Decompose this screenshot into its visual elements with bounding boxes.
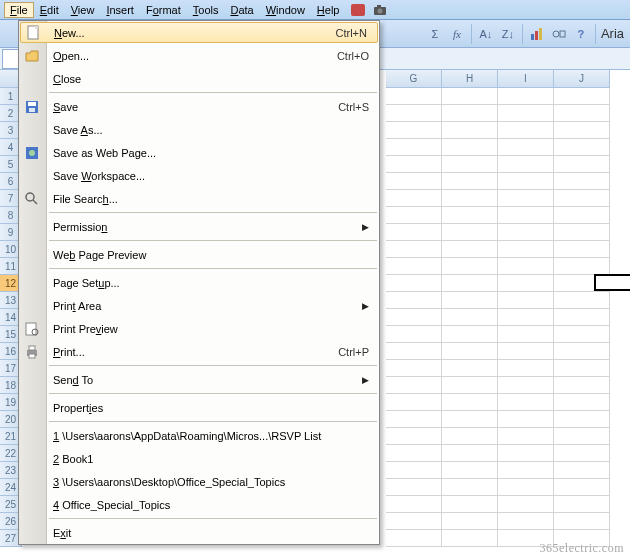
menu-view[interactable]: View — [65, 2, 101, 18]
cell[interactable] — [442, 156, 498, 173]
cell[interactable] — [554, 496, 610, 513]
cell[interactable] — [442, 207, 498, 224]
cell[interactable] — [498, 241, 554, 258]
cell[interactable] — [442, 394, 498, 411]
menu-format[interactable]: Format — [140, 2, 187, 18]
cell[interactable] — [554, 377, 610, 394]
cell[interactable] — [442, 224, 498, 241]
cell[interactable] — [498, 224, 554, 241]
cell[interactable] — [442, 445, 498, 462]
cell[interactable] — [554, 309, 610, 326]
menu-item-save[interactable]: SaveCtrl+S — [19, 95, 379, 118]
cell[interactable] — [442, 428, 498, 445]
cell[interactable] — [498, 122, 554, 139]
col-header-G[interactable]: G — [386, 70, 442, 88]
cell[interactable] — [498, 326, 554, 343]
cell[interactable] — [442, 513, 498, 530]
cell[interactable] — [386, 122, 442, 139]
menu-item-print[interactable]: Print...Ctrl+P — [19, 340, 379, 363]
cell[interactable] — [554, 207, 610, 224]
menu-item-4-office-special-topics[interactable]: 4 Office_Special_Topics — [19, 493, 379, 516]
cell[interactable] — [386, 258, 442, 275]
cell[interactable] — [554, 411, 610, 428]
cell[interactable] — [386, 496, 442, 513]
cell[interactable] — [386, 224, 442, 241]
menu-file[interactable]: File — [4, 2, 34, 18]
cell[interactable] — [554, 88, 610, 105]
cell[interactable] — [498, 190, 554, 207]
menu-item-new[interactable]: New...Ctrl+N — [20, 22, 378, 43]
cell[interactable] — [554, 292, 610, 309]
cell[interactable] — [498, 139, 554, 156]
cell[interactable] — [498, 377, 554, 394]
menu-tools[interactable]: Tools — [187, 2, 225, 18]
cell[interactable] — [498, 88, 554, 105]
cell[interactable] — [554, 394, 610, 411]
autosum-icon[interactable]: Σ — [425, 24, 445, 44]
cell[interactable] — [498, 309, 554, 326]
cell[interactable] — [386, 479, 442, 496]
cell[interactable] — [554, 343, 610, 360]
menu-insert[interactable]: Insert — [100, 2, 140, 18]
cell[interactable] — [554, 326, 610, 343]
drawing-icon[interactable] — [549, 24, 569, 44]
menu-item-1-users-aarons-appdata-roaming-micros-rsvp-list[interactable]: 1 \Users\aarons\AppData\Roaming\Micros..… — [19, 424, 379, 447]
menu-window[interactable]: Window — [260, 2, 311, 18]
cell[interactable] — [498, 173, 554, 190]
cell[interactable] — [554, 258, 610, 275]
menu-item-file-search[interactable]: File Search... — [19, 187, 379, 210]
menu-item-open[interactable]: Open...Ctrl+O — [19, 44, 379, 67]
cell[interactable] — [386, 105, 442, 122]
cell[interactable] — [386, 394, 442, 411]
menu-item-save-as[interactable]: Save As... — [19, 118, 379, 141]
cell[interactable] — [386, 462, 442, 479]
cell[interactable] — [554, 445, 610, 462]
cell[interactable] — [442, 275, 498, 292]
cell[interactable] — [554, 513, 610, 530]
cell[interactable] — [442, 88, 498, 105]
cell[interactable] — [442, 479, 498, 496]
cell[interactable] — [498, 513, 554, 530]
cell[interactable] — [442, 105, 498, 122]
cell[interactable] — [498, 445, 554, 462]
cell[interactable] — [498, 207, 554, 224]
col-header-I[interactable]: I — [498, 70, 554, 88]
cell[interactable] — [442, 411, 498, 428]
cell[interactable] — [442, 360, 498, 377]
help-icon[interactable]: ? — [571, 24, 591, 44]
cell[interactable] — [386, 156, 442, 173]
cell[interactable] — [442, 241, 498, 258]
cell[interactable] — [442, 530, 498, 547]
cell[interactable] — [386, 275, 442, 292]
cell[interactable] — [386, 173, 442, 190]
cell[interactable] — [442, 377, 498, 394]
menu-item-web-page-preview[interactable]: Web Page Preview — [19, 243, 379, 266]
menu-item-print-preview[interactable]: Print Preview — [19, 317, 379, 340]
menu-item-2-book1[interactable]: 2 Book1 — [19, 447, 379, 470]
cell[interactable] — [442, 122, 498, 139]
cell[interactable] — [498, 292, 554, 309]
cell[interactable] — [498, 360, 554, 377]
cell[interactable] — [386, 377, 442, 394]
pdf-icon[interactable] — [349, 2, 367, 18]
cell[interactable] — [386, 139, 442, 156]
cell[interactable] — [554, 241, 610, 258]
cell[interactable] — [554, 224, 610, 241]
cell[interactable] — [386, 445, 442, 462]
cell[interactable] — [386, 530, 442, 547]
cell[interactable] — [498, 343, 554, 360]
cell[interactable] — [386, 207, 442, 224]
cell[interactable] — [386, 326, 442, 343]
cell[interactable] — [498, 411, 554, 428]
camera-icon[interactable] — [371, 2, 389, 18]
cell[interactable] — [442, 496, 498, 513]
cell[interactable] — [498, 496, 554, 513]
cell[interactable] — [554, 105, 610, 122]
cell[interactable] — [442, 292, 498, 309]
cell[interactable] — [442, 258, 498, 275]
cell[interactable] — [498, 156, 554, 173]
cell[interactable] — [442, 309, 498, 326]
col-header-J[interactable]: J — [554, 70, 610, 88]
cell[interactable] — [554, 479, 610, 496]
cell[interactable] — [554, 122, 610, 139]
